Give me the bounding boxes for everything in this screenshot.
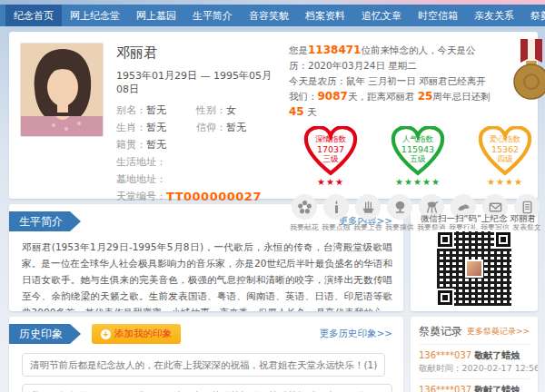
more-memorial-records-link[interactable]: 更多祭奠记录>> (467, 326, 530, 338)
nav-item-home[interactable]: 纪念首页 (5, 5, 62, 26)
qr-finder-topleft (438, 232, 452, 247)
main-nav: 纪念首页 网上纪念堂 网上墓园 生平简介 音容笑貌 档案资料 追忆文章 时空信箱… (0, 5, 545, 26)
gender-value: 女 (226, 104, 236, 116)
memorial-records-card: 祭奠记录 更多祭奠记录>> 136****037敬献了蜡烛 敬献时间：2020-… (411, 317, 538, 392)
affection-index-label: 深情指数 (302, 134, 360, 144)
row-impressions: 历史印象 +添加我的印象 更多历史印象>> 清明节前后都是纪念故人的，在此寄上我… (9, 317, 538, 392)
love-index-label: 爱心指数 (476, 134, 534, 144)
visitor-stats: 您是1138471位前来悼念的人，今天是公历：2020年03月24日 星期二今天… (289, 43, 494, 120)
record-username: 136****037 (419, 385, 471, 392)
offer-flowers-button[interactable]: 我要献花 (289, 194, 320, 233)
biography-section-ribbon: 生平简介 (9, 211, 81, 231)
memorial-record-row: 136****037敬献了蜡烛 敬献时间：2020-02-17 12:56 (419, 345, 530, 379)
nav-item-photos[interactable]: 音容笑貌 (241, 5, 297, 26)
profile-card: 邓丽君 1953年01月29日 — 1995年05月08日 别名：暂无 性别：女… (9, 32, 538, 199)
nav-item-mailbox[interactable]: 时空信箱 (410, 5, 466, 26)
record-username: 136****037 (419, 350, 471, 360)
profile-right-column: 您是1138471位前来悼念的人，今天是公历：2020年03月24日 星期二今天… (289, 43, 545, 188)
alias-value: 暂无 (146, 104, 166, 116)
plus-icon: + (101, 329, 111, 339)
offering-icon (392, 200, 408, 215)
love-index-heart: 爱心指数 15362 四级 ★★★★ (465, 126, 545, 188)
impression-message: 我天天都在听君姐的歌，看君姐的演唱会，越听越想听，越看越想看，真是百听不厌！百看… (22, 384, 392, 392)
affection-index-level: 三级 (302, 154, 360, 164)
nav-item-cemetery[interactable]: 网上墓园 (128, 5, 184, 26)
light-candle-label: 我要点烛 (322, 222, 350, 232)
record-time: 2020-02-17 12:56 (462, 363, 539, 373)
alias-label: 别名： (116, 104, 146, 116)
candle-icon (329, 200, 344, 215)
offer-flowers-label: 我要献花 (290, 222, 318, 232)
nav-item-records[interactable]: 祭奠记录 (522, 5, 545, 26)
flower-icon (297, 200, 312, 215)
make-offering-label: 我要摆供 (385, 222, 413, 232)
heaven-id-value: TT000000027 (166, 191, 262, 202)
zodiac-label: 生肖： (116, 122, 146, 133)
impressions-card: 历史印象 +添加我的印象 更多历史印象>> 清明节前后都是纪念故人的，在此寄上我… (9, 317, 403, 392)
deceased-name: 邓丽君 (116, 44, 278, 62)
wechat-card: 微信扫一扫“码”上纪念 邓丽君 (411, 204, 538, 311)
affection-index-heart: 深情指数 17037 三级 ★★★ (291, 126, 371, 188)
popularity-index-label: 人气指数 (389, 134, 447, 144)
affection-stars: ★★★ (291, 177, 371, 188)
love-stars: ★★★★ (465, 177, 545, 188)
faith-label: 信仰： (196, 122, 226, 133)
profile-info: 邓丽君 1953年01月29日 — 1995年05月08日 别名：暂无 性别：女… (116, 43, 278, 188)
popularity-index-heart: 人气指数 115943 五级 ★★★★★ (378, 126, 458, 188)
burn-incense-label: 我要上香 (353, 222, 382, 232)
qr-finder-topright (496, 232, 510, 247)
visitor-count: 1138471 (308, 44, 361, 56)
medal-icon (512, 39, 545, 105)
days-gone-count: 9087 (318, 90, 348, 103)
more-impressions-link[interactable]: 更多历史印象>> (319, 328, 392, 340)
portrait-photo (20, 43, 104, 137)
record-action: 敬献了蜡烛 (474, 385, 520, 392)
popularity-index-level: 五级 (389, 154, 447, 164)
memorial-records-title: 祭奠记录 (419, 324, 462, 339)
gender-label: 性别： (196, 104, 226, 116)
wechat-qr-code (435, 230, 513, 308)
qr-finder-bottomleft (438, 290, 452, 305)
page-content: 邓丽君 1953年01月29日 — 1995年05月08日 别名：暂无 性别：女… (0, 26, 545, 392)
hometown-value: 暂无 (146, 139, 166, 151)
popularity-index-value: 115943 (389, 144, 447, 154)
days-remaining: 45 (289, 105, 304, 118)
hometown-label: 籍贯： (116, 139, 146, 151)
row-biography: 生平简介 更多内容>> 邓丽君(1953年1月29日-1995年5月8日)，一代… (9, 204, 538, 311)
anniversary-years: 25 (418, 90, 433, 103)
biography-text: 邓丽君(1953年1月29日-1995年5月8日)，一代歌后，永恒的传奇，台湾殿… (22, 239, 392, 311)
make-offering-button[interactable]: 我要摆供 (384, 194, 415, 233)
life-dates: 1953年01月29日 — 1995年05月08日 (116, 69, 278, 96)
impressions-section-ribbon: 历史印象 (9, 324, 81, 344)
zodiac-value: 暂无 (146, 122, 166, 133)
nav-item-biography[interactable]: 生平简介 (184, 5, 241, 26)
affection-index-value: 17037 (302, 144, 360, 154)
cemetery-label: 墓地地址： (116, 173, 166, 185)
light-candle-button[interactable]: 我要点烛 (321, 194, 352, 233)
nav-item-relations[interactable]: 亲友关系 (466, 5, 522, 26)
wechat-scan-title: 微信扫一扫“码”上纪念 邓丽君 (421, 212, 528, 224)
nav-item-articles[interactable]: 追忆文章 (353, 5, 410, 26)
add-impression-button[interactable]: +添加我的印象 (92, 324, 181, 344)
popularity-stars: ★★★★★ (378, 177, 458, 188)
qr-center-photo (465, 260, 483, 278)
nav-item-memorial-hall[interactable]: 网上纪念堂 (62, 5, 128, 26)
love-index-value: 15362 (476, 144, 534, 154)
index-hearts: 深情指数 17037 三级 ★★★ 人气指数 115943 五级 (291, 126, 545, 188)
incense-icon (361, 200, 376, 215)
love-index-level: 四级 (476, 154, 534, 164)
memorial-record-row: 136****037敬献了蜡烛 敬献时间：2020-02-17 12:56 (419, 379, 530, 392)
burn-incense-button[interactable]: 我要上香 (352, 194, 383, 233)
record-action: 敬献了蜡烛 (474, 350, 520, 360)
heaven-id-label: 天堂编号： (116, 191, 166, 202)
nav-item-archives[interactable]: 档案资料 (297, 5, 353, 26)
faith-value: 暂无 (226, 122, 246, 133)
address-label: 生活地址： (116, 156, 166, 168)
impression-message: 清明节前后都是纪念故人的，在此寄上我深深的祝福，祝君姐在天堂永远快乐！(1) (22, 353, 385, 377)
